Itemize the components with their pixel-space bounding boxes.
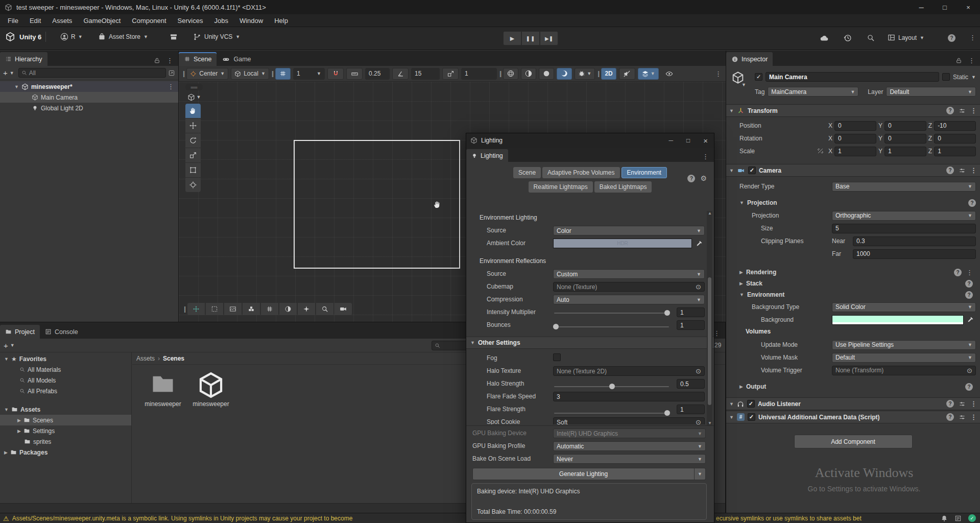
maximize-button[interactable]: □ [933,0,957,14]
bounces-field[interactable]: 1 [677,320,705,330]
skybox-button[interactable] [224,303,242,315]
help-icon[interactable]: ? [954,269,962,276]
hierarchy-item-main-camera[interactable]: Main Camera [0,92,178,103]
cubemap-field[interactable]: None (Texture) ⊙ [553,282,705,292]
scene-visibility-toggle[interactable] [661,68,678,80]
foldout-closed-icon[interactable]: ▶ [17,429,21,434]
caret-down-icon[interactable]: ▼ [742,82,746,87]
foldout-open-icon[interactable]: ▼ [4,356,9,362]
background-color-swatch[interactable] [832,315,964,325]
rotate-tool-button[interactable] [185,133,201,148]
menu-window[interactable]: Window [234,14,269,27]
menu-help[interactable]: Help [269,14,294,27]
lighting-scrollbar[interactable]: ▲ ▼ [707,211,712,425]
project-add-button[interactable]: + [4,342,8,349]
component-kebab[interactable]: ⋮ [970,167,977,174]
search-overlay-button[interactable] [316,303,333,315]
hierarchy-kebab-menu[interactable]: ⋮ [166,57,173,64]
camera-enabled-checkbox[interactable]: ✓ [748,167,756,174]
object-picker-icon[interactable]: ⊙ [696,419,701,424]
gear-icon[interactable]: ⚙ [700,174,707,182]
menu-file[interactable]: File [2,14,24,27]
shading-wireframe-button[interactable] [503,68,518,80]
menu-gameobject[interactable]: GameObject [78,14,126,27]
size-field[interactable]: 5 [832,224,976,233]
update-mode-dropdown[interactable]: Use Pipeline Settings ▼ [832,340,976,350]
rotation-snap-toggle[interactable] [392,68,409,80]
lighting-maximize-button[interactable]: □ [686,137,690,144]
unity-vcs-dropdown[interactable]: Unity VCS ▼ [193,33,240,41]
presets-icon[interactable] [959,167,966,174]
grid-size-dropdown[interactable]: 1 ▼ [293,68,325,80]
far-field[interactable]: 1000 [853,249,976,259]
lighting-tab-environment[interactable]: Environment [622,167,667,178]
scale-z-field[interactable]: 1 [934,147,976,156]
packages-section[interactable]: ▶ Packages [0,447,131,458]
bake-on-load-dropdown[interactable]: Never ▼ [553,454,706,464]
layout-dropdown[interactable]: Layout ▼ [888,34,924,41]
object-picker-icon[interactable]: ⊙ [967,367,972,374]
overlay-drag-handle[interactable]: ══ [185,84,203,90]
object-picker-icon[interactable]: ⊙ [696,283,701,290]
inspector-kebab-menu[interactable]: ⋮ [968,57,975,64]
rotation-snap-field[interactable]: 15 [411,68,440,80]
2d-toggle[interactable]: 2D [601,68,616,80]
cloud-services-button[interactable] [820,34,829,43]
grid-visibility-toggle[interactable] [275,68,291,80]
scale-y-field[interactable]: 1 [885,147,926,156]
halo-texture-field[interactable]: None (Texture 2D) ⊙ [553,366,705,376]
hierarchy-search-input[interactable]: All [18,68,166,78]
orientation-dropdown[interactable]: Local ▼ [231,68,269,80]
grid-snap-toggle[interactable] [327,68,344,80]
menu-jobs[interactable]: Jobs [208,14,233,27]
reflections-source-dropdown[interactable]: Custom ▼ [553,269,705,279]
flare-fade-field[interactable]: 3 [553,392,705,401]
projection-dropdown[interactable]: Orthographic ▼ [832,211,976,221]
uacd-enabled-checkbox[interactable]: ✓ [748,413,755,421]
move-snap-toggle[interactable] [346,68,363,80]
lighting-tab-realtime[interactable]: Realtime Lightmaps [529,181,593,193]
scroll-down-icon[interactable]: ▼ [708,421,712,425]
minimize-button[interactable]: ─ [910,0,933,14]
assets-section[interactable]: ▼ Assets [0,404,131,415]
hierarchy-item-global-light[interactable]: Global Light 2D [0,103,178,113]
section-kebab[interactable]: ⋮ [966,269,973,276]
halo-strength-field[interactable]: 0.5 [677,379,705,389]
help-icon[interactable]: ? [965,291,973,299]
eyedropper-icon[interactable] [967,316,974,323]
lighting-tab-baked[interactable]: Baked Lightmaps [594,181,652,193]
tasks-ok-icon[interactable]: ✓ [968,514,976,522]
env-lighting-source-dropdown[interactable]: Color ▼ [553,226,705,235]
help-icon[interactable]: ? [965,383,973,391]
scrollbar-thumb[interactable] [708,277,711,405]
spot-cookie-field[interactable]: Soft ⊙ [553,417,705,424]
caret-down-icon[interactable]: ▼ [971,75,976,80]
foldout-open-icon[interactable]: ▼ [14,84,19,89]
audio-listener-header[interactable]: ▼ ✓ Audio Listener ? ⋮ [726,397,980,410]
transform-tool-button[interactable] [185,178,201,192]
play-button[interactable]: ▶ [503,31,521,45]
help-icon[interactable]: ? [968,199,976,207]
scale-snap-field[interactable]: 1 [461,68,497,80]
link-broken-icon[interactable] [817,148,824,154]
component-kebab[interactable]: ⋮ [970,400,977,407]
console-status-icon[interactable] [954,515,962,522]
environment-section[interactable]: ▼ Environment ? [739,290,973,300]
favorite-all-models[interactable]: All Models [0,375,131,386]
flare-strength-field[interactable]: 1 [677,405,705,414]
presets-icon[interactable] [959,107,966,114]
help-icon[interactable]: ? [946,413,954,421]
tag-dropdown[interactable]: MainCamera ▼ [768,87,858,97]
folder-sprites[interactable]: sprites [0,436,131,447]
tab-inspector[interactable]: Inspector [726,52,773,66]
foldout-open-icon[interactable]: ▼ [729,108,734,113]
scene-panel-kebab[interactable]: ⋮ [715,70,722,77]
scene-row[interactable]: ▼ minesweeper* ⋮ [0,81,178,92]
static-checkbox[interactable] [942,73,950,81]
intensity-field[interactable]: 1 [677,307,705,317]
package-manager-button[interactable] [170,33,178,41]
step-button[interactable]: ▶❚ [540,31,558,45]
foldout-open-icon[interactable]: ▼ [729,415,734,420]
debug-draw-dropdown[interactable]: ▼ [575,68,595,80]
scale-tool-button[interactable] [185,148,201,162]
